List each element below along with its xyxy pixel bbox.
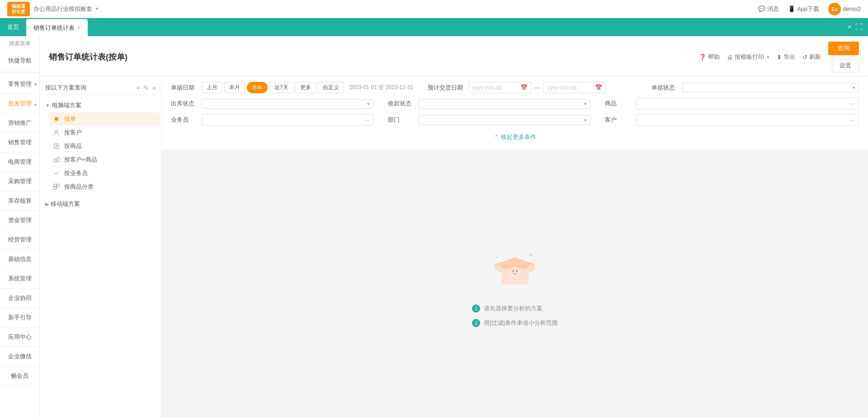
out-status-select[interactable]: ▾ [202, 99, 373, 109]
tree-parent-label-mobile: 移动端方案 [51, 200, 80, 208]
sidebar-item-app-center[interactable]: 应用中心 [0, 328, 39, 347]
empty-tips: 1 请先选择要分析的方案 2 用[过滤]条件来缩小分析范围 [472, 303, 557, 329]
app-download-btn[interactable]: 📱 App下载 [788, 5, 819, 13]
svg-point-20 [529, 254, 532, 256]
sidebar-item-wholesale[interactable]: 批发管理 [0, 94, 39, 114]
app-title-arrow[interactable]: ▾ [96, 6, 99, 12]
svg-point-19 [496, 256, 498, 258]
expected-date-end[interactable]: yyyy-mm-dd 📅 [543, 82, 606, 93]
add-scheme-btn[interactable]: + [136, 84, 140, 91]
top-bar-right: 💬 消息 📱 App下载 Ea demo2 [758, 3, 861, 15]
customer-label: 客户 [605, 116, 630, 124]
calendar-icon-start: 📅 [520, 84, 528, 91]
right-panel-content: 1 请先选择要分析的方案 2 用[过滤]条件来缩小分析范围 [162, 150, 868, 418]
sidebar-item-basic-info[interactable]: 基础信息 [0, 250, 39, 269]
left-panel: 按以下方案查询 + ✎ « ▼ 电脑端方案 [40, 76, 162, 418]
customer-more-icon[interactable]: ··· [849, 116, 855, 124]
settings-button[interactable]: 设置 [832, 59, 859, 72]
help-btn[interactable]: ❓ 帮助 [699, 53, 720, 61]
date-btn-this-month[interactable]: 本月 [224, 82, 245, 93]
filter-row-2: 出库状态 ▾ 收款状态 ▾ 商品 ··· [171, 98, 859, 109]
tab-sales-order[interactable]: 销售订单统计表 × [26, 19, 88, 37]
export-icon: ⬇ [777, 54, 782, 61]
edit-scheme-btn[interactable]: ✎ [143, 84, 149, 91]
tab-home[interactable]: 首页 [0, 18, 26, 36]
sidebar: 搜索菜单 快捷导航 零售管理 批发管理 营销推广 销售管理 电商管理 采购管理 … [0, 36, 40, 418]
by-salesperson-icon [52, 169, 61, 177]
tree-child-by-goods-category[interactable]: 按商品分类 [49, 180, 160, 194]
sidebar-item-inventory[interactable]: 库存核算 [0, 191, 39, 211]
date-btn-last-month[interactable]: 上月 [202, 82, 222, 93]
date-btn-more[interactable]: 更多 [295, 82, 316, 93]
svg-rect-7 [54, 184, 57, 187]
tree-parent-mobile[interactable]: ▶ 移动端方案 [42, 197, 160, 211]
bill-status-arrow: ▾ [853, 85, 855, 90]
sidebar-item-enterprise-wechat[interactable]: 企业微信 [0, 347, 39, 366]
calendar-icon-end: 📅 [595, 84, 602, 91]
customer-select[interactable]: ··· [636, 114, 859, 126]
tree-child-by-goods[interactable]: 按商品 [49, 139, 160, 153]
tree-child-by-customer-goods[interactable]: 按客户+商品 [49, 153, 160, 166]
sidebar-item-ecommerce[interactable]: 电商管理 [0, 152, 39, 172]
sidebar-item-finance[interactable]: 资金管理 [0, 211, 39, 230]
message-icon: 💬 [758, 5, 765, 12]
query-button[interactable]: 查询 [828, 42, 859, 55]
salesperson-select[interactable]: ··· [202, 114, 373, 126]
sidebar-item-purchase[interactable]: 采购管理 [0, 172, 39, 191]
export-btn[interactable]: ⬇ 导出 [777, 53, 795, 61]
dept-select[interactable]: ▾ [419, 115, 590, 125]
tree-children-desktop: 按单 按客户 按商品 [42, 112, 160, 194]
tree-expand-icon-mobile: ▶ [45, 201, 49, 207]
template-print-btn[interactable]: 🖨 按模板打印 ▾ [727, 53, 769, 61]
sidebar-item-enterprise-collab[interactable]: 企业协同 [0, 289, 39, 308]
left-panel-header: 按以下方案查询 + ✎ « [40, 81, 161, 95]
svg-rect-9 [54, 187, 57, 190]
tab-close-icon[interactable]: × [77, 25, 80, 31]
date-btn-custom[interactable]: 自定义 [318, 82, 344, 93]
query-btn-group: 查询 设置 [828, 42, 859, 72]
tab-maximize-icon[interactable]: ⛶ [855, 23, 863, 31]
user-menu[interactable]: Ea demo2 [828, 3, 861, 15]
sidebar-item-quick-nav[interactable]: 快捷导航 [0, 51, 39, 71]
sidebar-item-member[interactable]: 畅会员 [0, 366, 39, 386]
tree-child-by-salesperson[interactable]: 按业务员 [49, 166, 160, 180]
receipt-status-select[interactable]: ▾ [419, 99, 590, 109]
date-label: 单据日期 [171, 84, 196, 92]
sidebar-search[interactable]: 搜索菜单 [0, 36, 39, 51]
tab-bar: 首页 销售订单统计表 × × ⛶ [0, 18, 868, 36]
collapse-btn[interactable]: ⌃ 收起更多条件 [171, 130, 859, 144]
tree-child-by-customer[interactable]: 按客户 [49, 126, 160, 139]
out-status-arrow: ▾ [367, 101, 369, 106]
message-btn[interactable]: 💬 消息 [758, 5, 779, 13]
print-dropdown-arrow[interactable]: ▾ [767, 54, 769, 60]
collapse-panel-btn[interactable]: « [152, 84, 156, 91]
salesperson-more-icon[interactable]: ··· [364, 116, 369, 124]
tree-child-by-order[interactable]: 按单 [49, 112, 160, 126]
tree-parent-desktop[interactable]: ▼ 电脑端方案 [42, 99, 160, 112]
sidebar-item-operations[interactable]: 经营管理 [0, 230, 39, 250]
sidebar-item-retail[interactable]: 零售管理 [0, 75, 39, 94]
sidebar-item-new-guide[interactable]: 新手引导 [0, 308, 39, 328]
by-customer-icon [52, 128, 61, 137]
tab-minimize-icon[interactable]: × [848, 23, 852, 31]
goods-more-icon[interactable]: ··· [849, 100, 855, 107]
content-area: 销售订单统计表(按单) ❓ 帮助 🖨 按模板打印 ▾ ⬇ 导出 ↺ 刷新 [40, 36, 868, 418]
bill-status-select[interactable]: ▾ [682, 83, 859, 92]
top-bar: 畅捷通好生意 办公用品行业模拟账套 ▾ 💬 消息 📱 App下载 Ea demo… [0, 0, 868, 18]
sidebar-item-system[interactable]: 系统管理 [0, 269, 39, 289]
svg-point-21 [535, 260, 536, 261]
date-btn-last-7days[interactable]: 近7天 [269, 82, 293, 93]
expected-date-start[interactable]: yyyy-mm-dd 📅 [468, 82, 532, 93]
sidebar-item-marketing[interactable]: 营销推广 [0, 114, 39, 133]
goods-select[interactable]: ··· [636, 98, 859, 109]
expected-date-group: yyyy-mm-dd 📅 — yyyy-mm-dd 📅 [468, 82, 637, 93]
sidebar-item-sales[interactable]: 销售管理 [0, 133, 39, 152]
refresh-btn[interactable]: ↺ 刷新 [802, 53, 821, 61]
tree-expand-icon: ▼ [45, 103, 50, 108]
date-btn-this-year[interactable]: 本年 [247, 82, 268, 93]
svg-marker-12 [495, 264, 501, 273]
empty-illustration [488, 239, 542, 294]
page-title: 销售订单统计表(按单) [49, 52, 127, 62]
by-order-icon [52, 115, 61, 123]
receipt-status-label: 收款状态 [388, 100, 413, 108]
